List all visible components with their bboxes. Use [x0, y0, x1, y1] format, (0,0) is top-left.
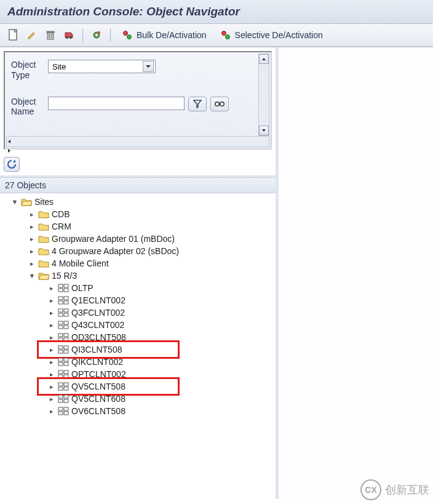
tree-leaf[interactable]: ▸Q3FCLNT002 — [0, 306, 276, 319]
new-button[interactable] — [6, 28, 21, 42]
filter-vscroll[interactable] — [258, 54, 269, 136]
settings-button[interactable] — [89, 28, 104, 42]
tree-folder[interactable]: ▼15 R/3 — [0, 270, 276, 282]
database-icon — [58, 382, 69, 391]
scroll-left-icon[interactable] — [7, 137, 269, 146]
filter-hscroll[interactable] — [6, 136, 269, 147]
selective-activation-button[interactable]: Selective De/Activation — [215, 28, 328, 42]
expand-icon[interactable]: ▸ — [48, 370, 55, 378]
database-icon — [58, 284, 69, 292]
right-pane — [279, 47, 433, 499]
svg-point-11 — [127, 35, 132, 39]
svg-rect-34 — [64, 334, 68, 337]
object-type-label: Object Type — [11, 60, 44, 81]
expand-icon[interactable]: ▸ — [48, 407, 55, 415]
svg-rect-51 — [58, 387, 63, 390]
tree-folder[interactable]: ▸4 Groupware Adapter 02 (sBDoc) — [0, 245, 276, 257]
tree-label: Q1ECLNT002 — [71, 295, 125, 305]
expand-icon[interactable]: ▸ — [28, 247, 36, 255]
svg-rect-31 — [58, 326, 63, 329]
tree-label: CRM — [52, 222, 71, 231]
tree-folder[interactable]: ▸CDB — [0, 208, 276, 220]
svg-rect-33 — [58, 334, 63, 337]
svg-rect-29 — [58, 321, 63, 324]
collapse-icon[interactable]: ▼ — [11, 198, 18, 206]
expand-icon[interactable]: ▸ — [48, 309, 55, 317]
tree-folder[interactable]: ▸4 Mobile Client — [0, 257, 276, 270]
watermark-logo-icon: CX — [360, 479, 381, 500]
collapse-icon[interactable]: ▼ — [28, 272, 36, 279]
expand-icon[interactable]: ▸ — [48, 395, 55, 403]
object-tree: ▼ Sites ▸CDB▸CRM▸Groupware Adapter 01 (m… — [0, 193, 276, 499]
svg-rect-49 — [58, 383, 63, 386]
tree-leaf[interactable]: ▸OPTCLNT002 — [0, 368, 276, 380]
main-toolbar: Bulk De/Activation Selective De/Activati… — [0, 24, 433, 47]
delete-button[interactable] — [43, 28, 58, 42]
watermark-text: 创新互联 — [385, 482, 429, 497]
tree-leaf[interactable]: ▸OD3CLNT508 — [0, 331, 276, 343]
expand-icon[interactable]: ▸ — [48, 321, 55, 329]
svg-point-14 — [215, 102, 220, 106]
tree-folder[interactable]: ▸Groupware Adapter 01 (mBDoc) — [0, 233, 276, 245]
expand-icon[interactable]: ▸ — [48, 383, 55, 391]
expand-icon[interactable]: ▸ — [48, 346, 55, 354]
object-name-input[interactable] — [48, 97, 185, 110]
bulk-activation-button[interactable]: Bulk De/Activation — [117, 28, 212, 42]
svg-rect-37 — [58, 346, 63, 349]
toolbar-separator — [110, 28, 111, 42]
object-name-label: Object Name — [11, 97, 44, 118]
transport-button[interactable] — [62, 28, 76, 42]
svg-point-5 — [66, 36, 68, 39]
expand-icon[interactable]: ▸ — [28, 210, 36, 218]
tree-leaf[interactable]: ▸Q43CLNT002 — [0, 319, 276, 331]
tree-label: QIKCLNT002 — [71, 357, 123, 367]
refresh-button[interactable] — [4, 157, 20, 172]
tree-leaf[interactable]: ▸OLTP — [0, 282, 276, 294]
dropdown-arrow-icon[interactable] — [143, 61, 154, 72]
expand-icon[interactable]: ▸ — [28, 260, 36, 268]
tree-folder[interactable]: ▸CRM — [0, 220, 276, 233]
tree-label: Q43CLNT002 — [71, 320, 124, 330]
svg-rect-39 — [58, 350, 63, 353]
bulk-activation-label: Bulk De/Activation — [137, 30, 207, 40]
tree-leaf[interactable]: ▸Q1ECLNT002 — [0, 294, 276, 306]
expand-icon[interactable]: ▸ — [48, 358, 55, 366]
tree-leaf[interactable]: ▸OV6CLNT508 — [0, 405, 276, 417]
database-icon — [58, 321, 69, 329]
tree-leaf[interactable]: ▸QIKCLNT002 — [0, 356, 276, 368]
svg-point-10 — [124, 31, 128, 36]
expand-icon[interactable]: ▸ — [28, 235, 36, 243]
database-icon — [58, 345, 69, 354]
tree-leaf[interactable]: ▸QI3CLNT508 — [0, 343, 276, 356]
svg-rect-55 — [58, 399, 63, 402]
expand-icon[interactable]: ▸ — [28, 223, 36, 231]
database-icon — [58, 333, 69, 342]
tree-leaf[interactable]: ▸QV5CLNT508 — [0, 380, 276, 393]
expand-icon[interactable]: ▸ — [48, 334, 55, 342]
database-icon — [58, 358, 69, 366]
tree-label: Sites — [34, 197, 54, 207]
object-type-select[interactable]: Site — [48, 60, 156, 73]
svg-rect-46 — [64, 370, 68, 374]
tree-label: CDB — [52, 209, 70, 219]
svg-rect-43 — [58, 362, 63, 366]
svg-rect-42 — [64, 358, 68, 361]
svg-rect-53 — [58, 395, 63, 398]
glasses-button[interactable] — [210, 97, 229, 111]
edit-button[interactable] — [25, 28, 39, 42]
watermark: CX 创新互联 — [360, 479, 429, 500]
tree-label: OD3CLNT508 — [71, 332, 126, 342]
expand-icon[interactable]: ▸ — [48, 284, 55, 292]
tree-leaf[interactable]: ▸QV5CLNT608 — [0, 393, 276, 405]
tree-label: OPTCLNT002 — [71, 369, 126, 379]
svg-rect-30 — [64, 321, 68, 324]
filter-button[interactable] — [188, 97, 207, 111]
scroll-up-icon[interactable] — [259, 54, 269, 64]
tree-root-sites[interactable]: ▼ Sites — [0, 196, 276, 208]
expand-icon[interactable]: ▸ — [48, 297, 55, 305]
scroll-right-icon[interactable] — [7, 146, 269, 155]
folder-icon — [38, 234, 49, 243]
folder-icon — [38, 222, 49, 231]
svg-rect-20 — [64, 289, 68, 292]
scroll-down-icon[interactable] — [259, 126, 269, 135]
